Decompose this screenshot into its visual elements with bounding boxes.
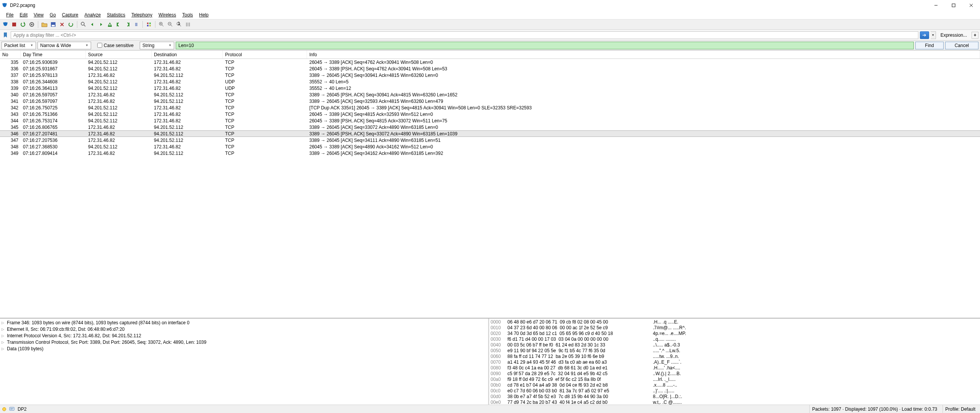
find-button[interactable]: Find — [915, 42, 943, 49]
svg-rect-13 — [108, 26, 112, 27]
packet-row[interactable]: 34507:16:26.806765172.31.46.8294.201.52.… — [0, 124, 980, 130]
svg-line-26 — [171, 25, 172, 26]
packet-list[interactable]: No Day Time Source Destination Protocol … — [0, 50, 980, 318]
packet-row[interactable]: 34407:16:26.75317494.201.52.112172.31.46… — [0, 117, 980, 124]
close-file-icon[interactable] — [58, 21, 66, 28]
go-back-icon[interactable] — [88, 21, 96, 28]
display-filter-input[interactable] — [11, 31, 918, 39]
detail-row[interactable]: ▷Transmission Control Protocol, Src Port… — [0, 339, 488, 345]
menu-analyze[interactable]: Analyze — [82, 11, 104, 18]
hex-row[interactable]: 000006 48 80 e6 d7 20 06 71 09 cb f8 02 … — [491, 319, 979, 325]
maximize-button[interactable] — [945, 0, 962, 11]
hex-row[interactable]: 0050e9 11 90 bf 94 22 05 5e 9c f1 b5 4c … — [491, 348, 979, 354]
detail-row[interactable]: ▷Ethernet II, Src: 06:71:09:cb:f8:02, Ds… — [0, 326, 488, 332]
zoom-reset-icon[interactable]: 1 — [175, 21, 183, 28]
zoom-out-icon[interactable] — [167, 21, 174, 28]
find-type-combo[interactable]: String▼ — [140, 42, 174, 49]
zoom-in-icon[interactable] — [158, 21, 165, 28]
add-filter-button[interactable]: + — [972, 32, 978, 39]
hex-row[interactable]: 006088 fa ff cd 11 74 77 12 ba 2e 05 39 … — [491, 354, 979, 359]
menu-file[interactable]: File — [3, 11, 16, 18]
app-icon — [2, 2, 8, 8]
find-in-combo[interactable]: Packet list▼ — [2, 42, 36, 49]
menu-tools[interactable]: Tools — [179, 11, 196, 18]
open-file-icon[interactable] — [41, 21, 48, 28]
menu-telephony[interactable]: Telephony — [128, 11, 155, 18]
cancel-button[interactable]: Cancel — [945, 42, 978, 49]
stop-capture-icon[interactable] — [10, 21, 18, 28]
col-protocol[interactable]: Protocol — [223, 50, 307, 59]
packet-bytes-pane[interactable]: 000006 48 80 e6 d7 20 06 71 09 cb f8 02 … — [489, 319, 980, 405]
hex-row[interactable]: 004000 03 5c 06 b7 ff be f0 61 24 ed 83 … — [491, 342, 979, 348]
expert-info-icon[interactable] — [2, 407, 6, 411]
detail-row[interactable]: ▷Data (1039 bytes) — [0, 345, 488, 352]
hex-row[interactable]: 00d038 0b e7 a7 4f 5b 52 e3 7c d8 15 9b … — [491, 394, 979, 400]
hex-row[interactable]: 002034 70 0d 3d 65 bd 12 c1 05 65 95 96 … — [491, 331, 979, 337]
find-width-combo[interactable]: Narrow & Wide▼ — [38, 42, 91, 49]
detail-row[interactable]: ▷Internet Protocol Version 4, Src: 172.3… — [0, 332, 488, 339]
capture-options-icon[interactable] — [28, 21, 36, 28]
menu-edit[interactable]: Edit — [16, 11, 31, 18]
hex-row[interactable]: 0030f6 d1 71 d4 00 00 17 03 03 04 0a 00 … — [491, 337, 979, 342]
menu-capture[interactable]: Capture — [59, 11, 82, 18]
start-capture-icon[interactable] — [2, 21, 9, 28]
packet-details-pane[interactable]: ▷Frame 346: 1093 bytes on wire (8744 bit… — [0, 319, 489, 405]
go-to-packet-icon[interactable] — [106, 21, 114, 28]
hex-row[interactable]: 00c0e0 c7 7d 60 06 b0 03 b0 81 3a 7c 97 … — [491, 388, 979, 394]
go-forward-icon[interactable] — [97, 21, 105, 28]
packet-row[interactable]: 33707:16:25.978113172.31.46.8294.201.52.… — [0, 72, 980, 78]
packet-row[interactable]: 34307:16:26.75136694.201.52.112172.31.46… — [0, 111, 980, 117]
packet-row[interactable]: 34107:16:26.597097172.31.46.8294.201.52.… — [0, 98, 980, 104]
restart-capture-icon[interactable] — [19, 21, 27, 28]
menu-view[interactable]: View — [31, 11, 47, 18]
packet-row[interactable]: 34207:16:26.75072594.201.52.112172.31.46… — [0, 104, 980, 111]
packet-row[interactable]: 33507:16:25.93063994.201.52.112172.31.46… — [0, 59, 980, 65]
display-filter-bar: ▼ Expression... + — [0, 30, 980, 41]
menu-help[interactable]: Help — [196, 11, 212, 18]
close-button[interactable] — [962, 0, 980, 11]
filter-history-dropdown[interactable]: ▼ — [931, 31, 936, 39]
packet-row[interactable]: 34807:16:27.36853094.201.52.112172.31.46… — [0, 143, 980, 150]
packet-row[interactable]: 33607:16:25.93186794.201.52.112172.31.46… — [0, 65, 980, 72]
hex-row[interactable]: 0070a1 41 29 a4 93 45 5f 46 d3 fa c0 ab … — [491, 359, 979, 365]
col-no[interactable]: No — [0, 50, 21, 59]
resize-columns-icon[interactable] — [184, 21, 192, 28]
col-destination[interactable]: Destination — [152, 50, 223, 59]
find-input[interactable] — [176, 42, 914, 49]
autoscroll-icon[interactable] — [132, 21, 140, 28]
packet-row[interactable]: 34907:16:27.809414172.31.46.8294.201.52.… — [0, 150, 980, 156]
packet-row[interactable]: 34007:16:26.597057172.31.46.8294.201.52.… — [0, 91, 980, 98]
apply-filter-button[interactable] — [920, 31, 929, 39]
save-file-icon[interactable] — [49, 21, 57, 28]
find-packet-icon[interactable] — [80, 21, 87, 28]
go-to-first-icon[interactable] — [115, 21, 122, 28]
colorize-icon[interactable] — [145, 21, 153, 28]
expression-button[interactable]: Expression... — [938, 33, 970, 38]
case-sensitive-input[interactable] — [97, 43, 102, 48]
filter-bookmark-icon[interactable] — [2, 31, 9, 39]
case-sensitive-checkbox[interactable]: Case sensitive — [93, 43, 138, 48]
minimize-button[interactable] — [927, 0, 945, 11]
hex-row[interactable]: 0080f3 48 0c c4 1a ea 00 27 db 68 61 3c … — [491, 365, 979, 371]
menu-statistics[interactable]: Statistics — [104, 11, 128, 18]
hex-row[interactable]: 00a0f9 18 ff 0d 49 72 6c c9 ef 5f 6c c2 … — [491, 377, 979, 382]
packet-row[interactable]: 33807:16:26.34460894.201.52.112172.31.46… — [0, 78, 980, 85]
hex-row[interactable]: 00b0cd 78 e1 b7 04 a4 a9 38 0d 04 ce f6 … — [491, 382, 979, 388]
status-profile[interactable]: Profile: Default — [942, 405, 978, 413]
packet-row[interactable]: 34707:16:27.207536172.31.46.8294.201.52.… — [0, 137, 980, 143]
hex-row[interactable]: 0090c5 9f 57 da 28 29 e5 7c 32 04 91 d4 … — [491, 371, 979, 377]
capture-comment-icon[interactable] — [9, 406, 15, 412]
svg-line-23 — [162, 25, 163, 26]
detail-row[interactable]: ▷Frame 346: 1093 bytes on wire (8744 bit… — [0, 319, 488, 326]
reload-icon[interactable] — [67, 21, 75, 28]
menu-wireless[interactable]: Wireless — [155, 11, 179, 18]
col-time[interactable]: Day Time — [21, 50, 86, 59]
packet-row[interactable]: 33907:16:26.36411394.201.52.112172.31.46… — [0, 85, 980, 91]
go-to-last-icon[interactable] — [124, 21, 131, 28]
hex-row[interactable]: 00e077 d9 74 2c ba 20 b7 43 40 f4 1e c4 … — [491, 400, 979, 405]
col-info[interactable]: Info — [307, 50, 980, 59]
packet-row[interactable]: 34607:16:27.207481172.31.46.8294.201.52.… — [0, 130, 980, 137]
menu-go[interactable]: Go — [47, 11, 59, 18]
hex-row[interactable]: 001004 37 23 6d 40 00 80 06 00 00 ac 1f … — [491, 325, 979, 331]
col-source[interactable]: Source — [86, 50, 152, 59]
